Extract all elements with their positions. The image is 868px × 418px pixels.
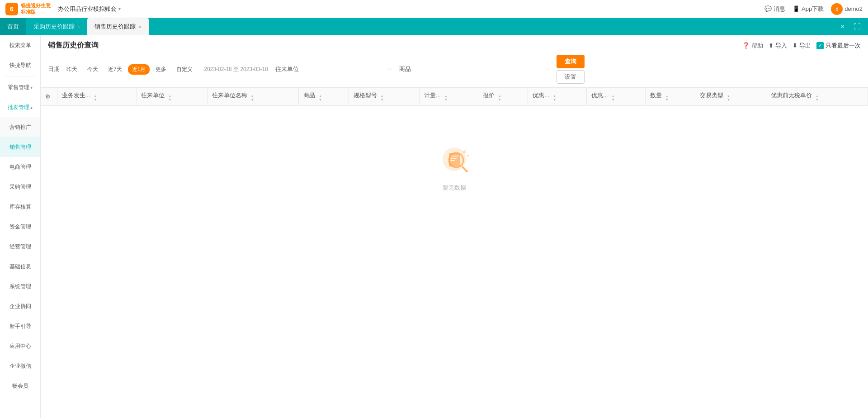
sort-icon-counterparty-code: ▲▼ [168,95,172,102]
sidebar-item-system-mgmt[interactable]: 系统管理 [0,276,40,296]
sidebar-item-funds-mgmt[interactable]: 资金管理 [0,217,40,237]
query-button[interactable]: 查询 [557,55,585,68]
th-quantity[interactable]: 数量 ▲▼ [645,88,695,106]
filter-row: 日期 昨天 今天 近7天 近1月 更多 自定义 2023-02-18 至 202… [48,55,861,84]
tab-home-label: 首页 [7,23,19,31]
sidebar-item-quick-nav[interactable]: 快捷导航 [0,55,40,75]
import-button[interactable]: ⬆ 导入 [769,42,787,50]
sidebar-item-purchase-mgmt[interactable]: 采购管理 [0,177,40,197]
date-btn-yesterday[interactable]: 昨天 [62,64,81,75]
sidebar-item-basic-info[interactable]: 基础信息 [0,256,40,276]
logo-area: 6 畅捷通好生意 标准版 [5,3,51,15]
user-area[interactable]: d demo2 [831,3,863,15]
close-window-button[interactable]: × [837,21,848,32]
message-button[interactable]: 💬 消息 [764,5,785,13]
export-icon: ⬇ [793,42,797,49]
th-discount-rate[interactable]: 优惠... ▲▼ [528,88,587,106]
empty-state-icon [436,142,472,178]
sidebar-item-inventory-check[interactable]: 库存核算 [0,197,40,217]
sidebar-newbie-guide-label: 新手引导 [9,323,31,330]
sidebar-item-sales-mgmt[interactable]: 销售管理 [0,137,40,157]
settings-button[interactable]: 设置 [557,70,585,84]
sidebar-item-operations-mgmt[interactable]: 经营管理 [0,237,40,256]
date-btn-1month[interactable]: 近1月 [128,64,150,75]
sort-icon-biz-date: ▲▼ [94,95,97,102]
help-button[interactable]: ❓ 帮助 [742,42,763,50]
sort-icon-pre-tax-price: ▲▼ [815,95,819,102]
data-table: ⚙ 业务发生... ▲▼ 往来单位 ▲▼ 往来单位名称 ▲▼ [41,88,868,228]
page-title-row: 销售历史价查询 ❓ 帮助 ⬆ 导入 ⬇ 导出 ✓ [48,41,861,50]
sidebar-item-newbie-guide[interactable]: 新手引导 [0,316,40,336]
sidebar-item-enterprise-wechat[interactable]: 企业微信 [0,356,40,376]
th-unit[interactable]: 计量... ▲▼ [420,88,478,106]
empty-state-row: 暂无数据 [41,106,868,228]
sort-icon-product: ▲▼ [319,95,322,102]
th-product[interactable]: 商品 ▲▼ [299,88,349,106]
sidebar-operations-mgmt-label: 经营管理 [9,243,31,251]
app-title-area[interactable]: 办公用品行业模拟账套 ▾ [58,5,121,13]
date-btn-7days[interactable]: 近7天 [104,64,126,75]
date-btn-custom[interactable]: 自定义 [172,64,197,75]
app-download-button[interactable]: 📱 App下载 [793,5,824,13]
product-input[interactable] [414,65,542,72]
main-layout: 搜索菜单 快捷导航 零售管理 ▾ 批发管理 ▴ 营销推广 销售管理 电商管理 采… [0,35,868,418]
sidebar-item-marketing-promo[interactable]: 营销推广 [0,117,40,137]
message-icon: 💬 [764,5,772,12]
date-range-display: 2023-02-18 至 2023-03-18 [204,66,268,73]
import-icon: ⬆ [769,42,774,49]
sort-icon-trade-type: ▲▼ [727,95,731,102]
product-input-area: ··· [414,65,549,73]
sidebar-item-wholesale-mgmt[interactable]: 批发管理 ▴ [0,97,40,117]
sort-icon-quantity: ▲▼ [665,95,669,102]
counterparty-filter-group: 往来单位 ··· [275,65,392,73]
app-title: 办公用品行业模拟账套 [58,5,117,13]
only-last-checkbox[interactable]: ✓ 只看最后一次 [816,42,861,50]
tab-sales-history[interactable]: 销售历史价跟踪 × [87,18,148,35]
sort-icon-discount-amount: ▲▼ [611,95,615,102]
product-dots-icon[interactable]: ··· [544,65,549,72]
sort-icon-spec: ▲▼ [380,95,384,102]
th-pre-tax-price[interactable]: 优惠前无税单价 ▲▼ [766,88,868,106]
sidebar-item-search-menu[interactable]: 搜索菜单 [0,35,40,55]
dropdown-arrow-icon: ▾ [118,6,121,11]
sidebar-item-ecommerce-mgmt[interactable]: 电商管理 [0,157,40,177]
th-counterparty-name[interactable]: 往来单位名称 ▲▼ [207,88,298,106]
th-counterparty-code[interactable]: 往来单位 ▲▼ [137,88,207,106]
fullscreen-button[interactable]: ⛶ [852,21,863,32]
tab-purchase-history-close-icon[interactable]: × [77,24,80,29]
sidebar-basic-info-label: 基础信息 [9,263,31,271]
sidebar-item-retail-mgmt[interactable]: 零售管理 ▾ [0,77,40,97]
sidebar-item-enterprise-collab[interactable]: 企业协同 [0,296,40,316]
date-filter-group: 日期 昨天 今天 近7天 近1月 更多 自定义 [48,64,197,75]
counterparty-dots-icon[interactable]: ··· [387,65,392,72]
tab-sales-history-close-icon[interactable]: × [138,24,141,29]
sidebar-system-mgmt-label: 系统管理 [9,283,31,290]
export-button[interactable]: ⬇ 导出 [793,42,811,50]
sort-icon-counterparty-name: ▲▼ [250,95,254,102]
th-spec[interactable]: 规格型号 ▲▼ [349,88,419,106]
sidebar-item-member-club[interactable]: 畅会员 [0,376,40,396]
th-settings[interactable]: ⚙ [41,88,57,106]
sidebar-item-app-center[interactable]: 应用中心 [0,336,40,356]
tab-purchase-history[interactable]: 采购历史价跟踪 × [26,18,87,35]
sidebar-retail-mgmt-arrow-icon: ▾ [30,85,33,90]
sidebar-retail-mgmt-label: 零售管理 [8,84,29,91]
svg-rect-4 [450,160,455,161]
date-btn-today[interactable]: 今天 [83,64,102,75]
th-discount-amount[interactable]: 优惠... ▲▼ [586,88,645,106]
svg-rect-3 [450,158,457,159]
counterparty-input[interactable] [302,65,385,72]
app-download-icon: 📱 [793,5,800,12]
sidebar-wholesale-mgmt-label: 批发管理 [8,104,29,111]
page-header: 销售历史价查询 ❓ 帮助 ⬆ 导入 ⬇ 导出 ✓ [41,35,868,88]
date-filter-label: 日期 [48,65,60,73]
tab-sales-history-label: 销售历史价跟踪 [94,23,136,31]
th-quote[interactable]: 报价 ▲▼ [478,88,528,106]
table-container: ⚙ 业务发生... ▲▼ 往来单位 ▲▼ 往来单位名称 ▲▼ [41,88,868,418]
tab-home[interactable]: 首页 [0,18,26,35]
date-btn-more[interactable]: 更多 [151,64,170,75]
sidebar-marketing-promo-label: 营销推广 [9,124,31,131]
th-trade-type[interactable]: 交易类型 ▲▼ [695,88,766,106]
svg-point-7 [463,151,466,153]
th-biz-date[interactable]: 业务发生... ▲▼ [57,88,137,106]
